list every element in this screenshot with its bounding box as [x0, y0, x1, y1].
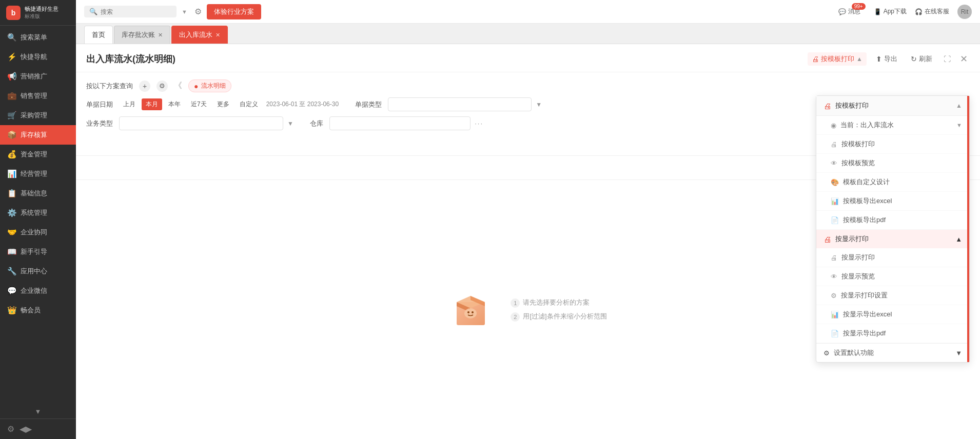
header-search-box[interactable]: 🔍 — [84, 6, 177, 17]
tab-flow-label: 出入库流水 — [179, 30, 212, 39]
close-page-icon[interactable]: ✕ — [958, 51, 970, 67]
dropdown-current-item[interactable]: ◉ 当前：出入库流水 ▼ — [816, 116, 969, 135]
disp-settings-icon: ⚙ — [831, 292, 837, 300]
online-service-btn[interactable]: 🎧 在线客服 — [915, 7, 949, 16]
print-icon: 🖨 — [812, 55, 819, 63]
sidebar-item-system[interactable]: ⚙️ 系统管理 — [0, 203, 76, 223]
sidebar-scroll-down[interactable]: ▼ — [0, 405, 76, 418]
empty-hints: 1 请先选择要分析的方案 2 用[过滤]条件来缩小分析范围 — [511, 298, 606, 322]
date-btn-last-month[interactable]: 上月 — [119, 98, 140, 110]
svg-point-5 — [467, 311, 469, 313]
dropdown-template-custom[interactable]: 🎨 模板自定义设计 — [816, 173, 969, 192]
date-btn-7days[interactable]: 近7天 — [187, 98, 211, 110]
tab-home-label: 首页 — [92, 30, 105, 39]
dropdown-display-section[interactable]: 🖨 按显示打印 ▲ — [816, 230, 969, 248]
online-service-label: 在线客服 — [925, 7, 949, 16]
search-input[interactable] — [101, 8, 162, 15]
sidebar-item-member[interactable]: 👑 畅会员 — [0, 301, 76, 320]
settings-icon[interactable]: ⚙ — [7, 424, 14, 434]
sidebar-item-guide[interactable]: 📖 新手引导 — [0, 242, 76, 262]
user-avatar[interactable]: Rit — [957, 5, 972, 19]
dropdown-chevron-up-icon[interactable]: ▲ — [956, 102, 962, 109]
filter-add-btn[interactable]: + — [139, 81, 150, 92]
dropdown-disp-pdf[interactable]: 📄 按显示导出pdf — [816, 324, 969, 343]
tab-batch-close[interactable]: ✕ — [158, 32, 163, 38]
print-dropdown-panel: 🖨 按模板打印 ▲ ◉ 当前：出入库流水 ▼ 🖨 按模板打印 — [816, 95, 970, 363]
tab-flow-close[interactable]: ✕ — [215, 32, 220, 38]
tab-flow[interactable]: 出入库流水 ✕ — [171, 26, 228, 44]
message-badge: 99+ — [852, 3, 866, 10]
sidebar-item-inventory[interactable]: 📦 库存核算 — [0, 125, 76, 145]
dropdown-footer[interactable]: ⚙ 设置默认功能 ▼ — [816, 343, 969, 362]
filter-active-tag[interactable]: ● 流水明细 — [188, 79, 231, 92]
sidebar-item-finance[interactable]: 💰 资金管理 — [0, 145, 76, 164]
main-area: 🔍 ▼ ⚙ 体验行业方案 💬 消息 99+ 📱 App下载 🎧 在线客服 Rit — [76, 0, 980, 439]
system-icon: ⚙️ — [7, 208, 16, 217]
template-excel-icon: 📊 — [831, 197, 839, 205]
sidebar-item-marketing[interactable]: 📢 营销推广 — [0, 67, 76, 86]
date-btn-this-month[interactable]: 本月 — [142, 98, 162, 110]
warehouse-input[interactable] — [329, 116, 471, 130]
sidebar-item-basic[interactable]: 📋 基础信息 — [0, 184, 76, 203]
dropdown-template-print[interactable]: 🖨 按模板打印 — [816, 135, 969, 154]
sidebar-item-apps[interactable]: 🔧 应用中心 — [0, 262, 76, 281]
footer-chevron-down-icon: ▼ — [955, 349, 962, 357]
finance-icon: 💰 — [7, 150, 16, 159]
doc-type-input[interactable] — [388, 97, 532, 111]
biz-type-input[interactable] — [119, 116, 283, 130]
sidebar-item-search[interactable]: 🔍 搜索菜单 — [0, 28, 76, 47]
template-custom-label: 模板自定义设计 — [843, 177, 890, 187]
hint1-text: 请先选择要分析的方案 — [523, 298, 590, 307]
doc-type-arrow[interactable]: ▼ — [536, 101, 542, 108]
trial-btn[interactable]: 体验行业方案 — [207, 4, 261, 19]
dropdown-disp-settings[interactable]: ⚙ 按显示打印设置 — [816, 286, 969, 305]
dropdown-disp-excel[interactable]: 📊 按显示导出excel — [816, 305, 969, 324]
app-download-btn[interactable]: 📱 App下载 — [874, 7, 907, 16]
page-actions: 🖨 按模板打印 ▲ ⬆ 导出 ↻ 刷新 ⛶ ✕ — [808, 51, 970, 67]
warehouse-more-icon[interactable]: ··· — [475, 119, 483, 127]
collapse-sidebar-icon[interactable]: ◀▶ — [19, 424, 32, 434]
tab-batch[interactable]: 库存批次账 ✕ — [114, 26, 170, 44]
export-label: 导出 — [884, 54, 897, 64]
filter-row-top: 按以下方案查询 + ⚙ 《 ● 流水明细 — [86, 79, 970, 92]
sidebar-item-operations[interactable]: 📊 经营管理 — [0, 164, 76, 184]
sidebar-item-sales[interactable]: 💼 销售管理 — [0, 86, 76, 106]
current-indicator-icon: ◉ — [831, 122, 836, 129]
dropdown-disp-print[interactable]: 🖨 按显示打印 — [816, 248, 969, 267]
date-btn-this-year[interactable]: 本年 — [164, 98, 185, 110]
refresh-btn[interactable]: ↻ 刷新 — [907, 52, 936, 66]
dropdown-footer-label: 设置默认功能 — [834, 348, 874, 357]
dropdown-disp-preview[interactable]: 👁 按显示预览 — [816, 267, 969, 286]
doc-type-label: 单据类型 — [355, 100, 382, 109]
header-search-dropdown[interactable]: ▼ — [182, 9, 187, 15]
page-content: 出入库流水(流水明细) 🖨 按模板打印 ▲ ⬆ 导出 ↻ 刷新 ⛶ ✕ — [76, 44, 980, 439]
filter-settings-btn[interactable]: ⚙ — [156, 81, 168, 92]
print-template-btn[interactable]: 🖨 按模板打印 ▲ — [808, 52, 867, 66]
header-gear-icon[interactable]: ⚙ — [194, 7, 202, 16]
marketing-icon: 📢 — [7, 72, 16, 81]
page-header: 出入库流水(流水明细) 🖨 按模板打印 ▲ ⬆ 导出 ↻ 刷新 ⛶ ✕ — [76, 44, 980, 72]
expand-page-icon[interactable]: ⛶ — [942, 53, 953, 65]
sidebar-item-cooperation[interactable]: 🤝 企业协同 — [0, 223, 76, 242]
header-right: 💬 消息 99+ 📱 App下载 🎧 在线客服 Rit — [838, 5, 972, 19]
dropdown-header[interactable]: 🖨 按模板打印 ▲ — [816, 96, 969, 116]
purchase-icon: 🛒 — [7, 111, 16, 120]
sidebar-logo: b 畅捷通好生意 标准版 — [0, 0, 76, 26]
tab-home[interactable]: 首页 — [84, 26, 113, 44]
dropdown-template-pdf[interactable]: 📄 按模板导出pdf — [816, 211, 969, 230]
dropdown-template-preview[interactable]: 👁 按模板预览 — [816, 154, 969, 173]
template-pdf-icon: 📄 — [831, 216, 839, 224]
date-btn-custom[interactable]: 自定义 — [236, 98, 262, 110]
date-btn-more[interactable]: 更多 — [213, 98, 233, 110]
biz-type-arrow[interactable]: ▼ — [287, 120, 293, 127]
sidebar-item-quicknav[interactable]: ⚡ 快捷导航 — [0, 47, 76, 67]
disp-preview-label: 按显示预览 — [841, 272, 875, 281]
sidebar-item-purchase[interactable]: 🛒 采购管理 — [0, 106, 76, 125]
message-btn[interactable]: 💬 消息 99+ — [838, 7, 860, 16]
export-btn[interactable]: ⬆ 导出 — [872, 52, 901, 66]
current-chevron-down-icon[interactable]: ▼ — [956, 122, 962, 128]
filter-label: 按以下方案查询 — [86, 82, 133, 91]
sidebar-item-wechat[interactable]: 💬 企业微信 — [0, 281, 76, 301]
filter-collapse-icon[interactable]: 《 — [174, 81, 182, 91]
dropdown-template-excel[interactable]: 📊 按模板导出excel — [816, 192, 969, 211]
